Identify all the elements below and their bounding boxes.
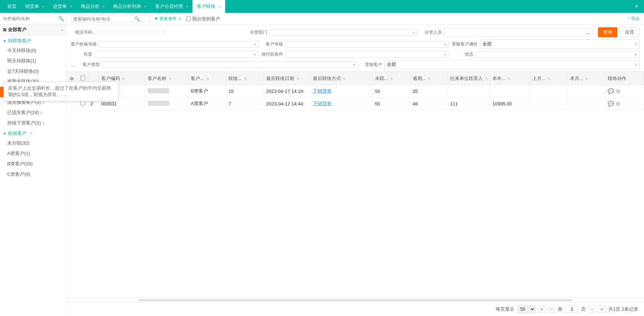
filter-customer-type-label: 客户类型	[78, 62, 100, 68]
th-contact-person[interactable]: 往来单位联系人 ⇅	[448, 72, 490, 85]
filter-manager-input[interactable]: ...	[444, 28, 592, 37]
edit-icon[interactable]: ✎	[29, 131, 33, 136]
th-name[interactable]: 客户名称 ⇅	[145, 72, 189, 85]
sidebar-item-today[interactable]: 今天待联络(0)	[0, 46, 66, 56]
per-page-select[interactable]: 50 100 200	[517, 305, 536, 313]
close-icon[interactable]: ×	[186, 0, 188, 13]
search-input[interactable]	[73, 16, 134, 22]
th-contact[interactable]: 联络... ⇅	[226, 72, 264, 85]
grid-action-icon[interactable]: ⊞	[616, 88, 620, 94]
sidebar-item-class-a[interactable]: A类客户(1)	[0, 148, 66, 159]
page-number-input[interactable]	[565, 306, 578, 313]
td-this-month	[567, 98, 605, 110]
more-conditions-button[interactable]: ▼ 更多条件 ∧	[154, 16, 182, 22]
customer-table: ⚙ 客户编码 ⇅ 客户名称 ⇅	[66, 72, 644, 110]
filter-retail-customer-select[interactable]: 全部 ∨	[384, 60, 640, 69]
prev-page-button[interactable]: ‹	[548, 306, 555, 313]
td-last-method[interactable]: 下销货单	[310, 85, 372, 98]
sort-icon: ⇅	[296, 77, 299, 81]
filter-customer-type-select[interactable]: ∨	[102, 61, 357, 68]
sidebar-group-value[interactable]: ▼ 价值客户 ✎	[0, 128, 66, 138]
sidebar-search-input[interactable]	[3, 16, 57, 21]
nav-purchase-order[interactable]: 进货单 ×	[48, 0, 76, 13]
filter-phone-label: 电话号码	[71, 29, 92, 36]
table-settings-icon[interactable]: ⚙	[70, 76, 74, 81]
close-icon[interactable]: ×	[218, 0, 221, 13]
settings-button[interactable]: 设置	[620, 27, 640, 37]
sidebar-group-pending[interactable]: ▼ 待联络客户	[0, 36, 66, 46]
my-customers-checkbox-label[interactable]: 我分管的客户	[186, 16, 220, 22]
sidebar-search-area: 🔍	[0, 13, 66, 24]
th-overdue[interactable]: 逾期... ⇅	[410, 72, 448, 85]
chat-icon[interactable]: 💬	[608, 88, 614, 94]
filter-price-level-select[interactable]: ∨	[99, 41, 259, 48]
filter-status-select[interactable]: ∨	[476, 51, 640, 58]
td-not-contacted: 50	[372, 85, 410, 98]
filter-manager: 分管人员 ...	[420, 28, 592, 37]
next-page-button[interactable]: ›	[589, 306, 595, 313]
nav-product-analysis-list[interactable]: 商品分析列表 ×	[109, 0, 150, 13]
filter-customer-level-select[interactable]: ∨	[285, 41, 449, 48]
horizontal-scrollbar[interactable]	[66, 298, 644, 302]
close-icon[interactable]: ×	[102, 0, 105, 13]
th-last-contact-method[interactable]: 最后联络方式 ⇅	[310, 72, 372, 85]
close-icon[interactable]: ×	[144, 0, 146, 13]
nav-product-analysis[interactable]: 商品分析 ×	[77, 0, 109, 13]
filter-payment-select[interactable]: ∨	[285, 51, 449, 58]
select-all-checkbox[interactable]	[80, 76, 85, 80]
sidebar-search-icon[interactable]: 🔍	[58, 16, 64, 21]
td-last-method[interactable]: 下销货单	[310, 98, 372, 110]
sidebar-item-ungroup[interactable]: 未分组(32)	[0, 138, 66, 148]
filter-retail-customer: 零散客户 全部 ∨	[361, 60, 640, 69]
filter-payment: 收付款条件 ∨	[261, 51, 449, 58]
first-page-button[interactable]: «	[538, 306, 546, 313]
window-close-button[interactable]: ×	[632, 3, 641, 10]
th-not-contacted[interactable]: 未联... ⇅	[372, 72, 410, 85]
table-footer: 每页显示 50 100 200 « ‹ 第 页 › » 共1页 2条记录	[66, 302, 644, 316]
sidebar-all-customers[interactable]: ⊞ 全部客户 »	[0, 24, 66, 36]
filter-dept-select[interactable]: ∨	[269, 29, 418, 36]
row4-dots[interactable]: ...	[71, 61, 75, 68]
export-button[interactable]: ↑ 导出	[628, 16, 640, 22]
td-name[interactable]	[145, 98, 189, 110]
last-page-button[interactable]: »	[598, 306, 606, 313]
filter-status-label: 状态	[452, 51, 473, 57]
filter-phone-input[interactable]	[94, 31, 166, 34]
td-name[interactable]	[145, 85, 189, 98]
filter-retail-attribute-select[interactable]: 全部 ∨	[480, 39, 640, 49]
th-last-contact-date[interactable]: 最后联络日期 ⇅	[264, 72, 310, 85]
sidebar-item-class-c[interactable]: C类客户(6)	[0, 169, 66, 180]
th-action: 联络动作	[605, 72, 644, 85]
nav-customer-contact[interactable]: 客户联络 ×	[193, 0, 225, 13]
td-overdue: 48	[410, 98, 448, 110]
filter-retail-customer-label: 零散客户	[361, 62, 382, 68]
nav-sales-order[interactable]: 销货单 ×	[21, 0, 48, 13]
sidebar-item-lost[interactable]: 已流失客户(24) ℹ	[0, 108, 66, 118]
filter-nature-label: 性质	[71, 51, 92, 57]
chat-icon[interactable]: 💬	[608, 101, 614, 107]
filter-dept-label: 分管部门	[246, 29, 267, 36]
sort-icon: ⇅	[585, 77, 588, 81]
close-icon[interactable]: ×	[70, 0, 72, 13]
filter-nature-select[interactable]: ∨	[94, 51, 259, 58]
nav-customer-tier[interactable]: 客户分层经营 ×	[151, 0, 193, 13]
row-checkbox[interactable]	[80, 101, 85, 105]
collapse-icon[interactable]: »	[61, 28, 63, 32]
sidebar-item-7days[interactable]: 近7天待联络(0)	[0, 66, 66, 77]
th-type[interactable]: 客户... ⇅	[189, 72, 226, 85]
query-button[interactable]: 查询	[598, 27, 617, 37]
sidebar-item-declining[interactable]: 持续下滑客户(2) ℹ	[0, 118, 66, 128]
chevron-down-icon: ∨	[254, 42, 256, 46]
grid-action-icon[interactable]: ⊞	[616, 101, 620, 107]
th-this-month[interactable]: 本月... ⇅	[567, 72, 605, 85]
sidebar-item-class-b[interactable]: B类客户(33)	[0, 159, 66, 169]
th-this-year[interactable]: 本年... ⇅	[490, 72, 530, 85]
th-last-month[interactable]: 上月... ⇅	[530, 72, 568, 85]
filter-payment-label: 收付款条件	[261, 51, 283, 57]
sidebar-item-tomorrow[interactable]: 明天待联络(1)	[0, 56, 66, 66]
my-customers-checkbox[interactable]	[186, 16, 191, 21]
td-contact: 15	[226, 85, 264, 98]
close-icon[interactable]: ×	[42, 0, 44, 13]
nav-home[interactable]: 首页	[3, 0, 21, 13]
search-icon[interactable]: 🔍	[134, 16, 140, 22]
